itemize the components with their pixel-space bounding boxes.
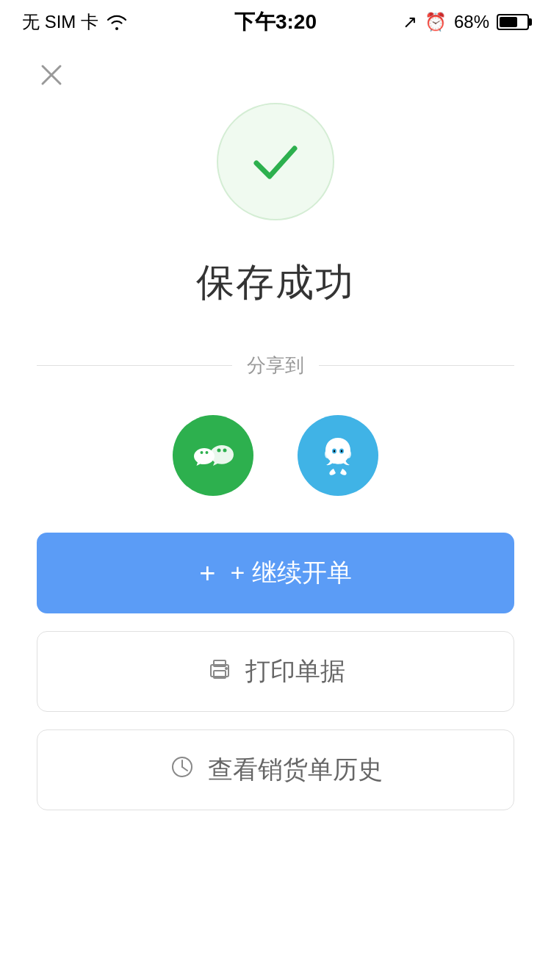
history-label: 查看销货单历史 bbox=[208, 753, 383, 787]
svg-line-15 bbox=[182, 767, 187, 771]
svg-point-7 bbox=[325, 450, 331, 458]
battery-icon bbox=[497, 14, 529, 30]
success-title: 保存成功 bbox=[196, 257, 355, 309]
svg-point-6 bbox=[341, 450, 342, 453]
main-content: 保存成功 分享到 bbox=[0, 44, 551, 810]
status-bar: 无 SIM 卡 下午3:20 ↗ ⏰ 68% bbox=[0, 0, 551, 44]
battery-text: 68% bbox=[454, 12, 489, 32]
clock-icon bbox=[168, 753, 196, 787]
continue-label: + 继续开单 bbox=[230, 556, 351, 590]
share-qq-button[interactable] bbox=[298, 415, 378, 496]
success-circle bbox=[217, 103, 334, 220]
svg-point-12 bbox=[225, 667, 228, 670]
continue-button[interactable]: + + 继续开单 bbox=[37, 533, 514, 613]
print-button[interactable]: 打印单据 bbox=[37, 631, 514, 712]
qq-icon bbox=[314, 432, 361, 479]
share-section: 分享到 bbox=[0, 353, 551, 496]
share-icons bbox=[37, 415, 514, 496]
wifi-icon bbox=[106, 14, 128, 30]
location-icon: ↗ bbox=[403, 12, 417, 32]
checkmark-icon bbox=[246, 132, 305, 191]
wechat-icon bbox=[190, 432, 237, 479]
printer-icon bbox=[206, 655, 234, 688]
status-left: 无 SIM 卡 bbox=[22, 10, 128, 34]
action-buttons: + + 继续开单 打印单据 bbox=[0, 533, 551, 810]
print-label: 打印单据 bbox=[245, 655, 345, 688]
share-label: 分享到 bbox=[247, 353, 304, 378]
close-icon bbox=[38, 62, 65, 88]
plus-icon: + bbox=[199, 558, 215, 589]
carrier-text: 无 SIM 卡 bbox=[22, 10, 98, 34]
alarm-icon: ⏰ bbox=[425, 12, 447, 32]
svg-point-8 bbox=[345, 450, 351, 458]
history-button[interactable]: 查看销货单历史 bbox=[37, 729, 514, 810]
close-button[interactable] bbox=[29, 53, 73, 97]
status-right: ↗ ⏰ 68% bbox=[403, 12, 529, 32]
share-wechat-button[interactable] bbox=[173, 415, 253, 496]
status-time: 下午3:20 bbox=[234, 8, 317, 36]
share-divider: 分享到 bbox=[37, 353, 514, 378]
svg-point-5 bbox=[334, 450, 335, 453]
